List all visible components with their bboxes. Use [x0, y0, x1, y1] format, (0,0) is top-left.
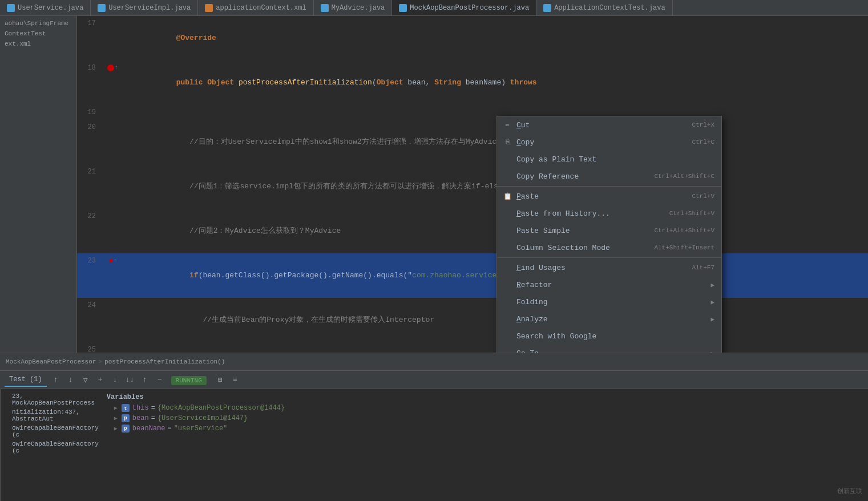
tab-userservice[interactable]: UserService.java [0, 0, 91, 16]
line-content: public Object postProcessAfterInitializa… [123, 60, 868, 105]
tab-label: ApplicationContextTest.java [554, 4, 665, 12]
menu-label-folding: Folding [516, 298, 708, 306]
menu-item-paste-simple[interactable]: Paste Simple Ctrl+Alt+Shift+V [497, 222, 721, 239]
menu-icon-empty [502, 153, 513, 165]
watermark: 创新互联 [837, 487, 862, 495]
menu-item-analyze[interactable]: Analyze ▶ [497, 310, 721, 328]
menu-item-refactor[interactable]: Refactor ▶ [497, 276, 721, 293]
tab-icon [7, 4, 15, 12]
menu-icon-empty3 [502, 208, 513, 219]
toolbar-btn-export1[interactable]: ↓ [110, 374, 121, 386]
menu-label-paste-history: Paste from History... [516, 209, 658, 218]
line-gutter: ● ↑ [103, 253, 123, 268]
sidebar-item-springframe[interactable]: aohao\SpringFrame [0, 18, 76, 29]
menu-label-find-usages: Find Usages [516, 264, 680, 272]
menu-item-find-usages[interactable]: Find Usages Alt+F7 [497, 259, 721, 276]
tab-myadvice[interactable]: MyAdvice.java [314, 0, 393, 16]
bottom-content: 23, MockAopBeanPostProcess nitialization… [0, 389, 868, 501]
menu-shortcut-cut: Ctrl+X [692, 122, 714, 128]
tab-appcontexttest[interactable]: ApplicationContextTest.java [536, 0, 672, 16]
comment: //问题1：筛选service.impl包下的所有的类的所有方法都可以进行增强，… [189, 182, 503, 191]
menu-item-search-google[interactable]: Search with Google [497, 328, 721, 345]
toolbar-btn-remove[interactable]: − [154, 374, 165, 386]
call-stack-item-4[interactable]: owireCapableBeanFactory (c [1, 439, 101, 455]
line-content: if(bean.getClass().getPackage().getName(… [123, 253, 868, 298]
kw-if: if [189, 271, 199, 280]
kw-string: String [434, 78, 461, 87]
var-value-this: {MockAopBeanPostProcessor@1444} [158, 404, 285, 412]
sidebar-item-contexttest[interactable]: ContextTest [0, 29, 76, 39]
menu-label-paste: Paste [516, 192, 680, 201]
menu-label-analyze: Analyze [516, 315, 708, 324]
toolbar-btn-filter[interactable]: ▽ [80, 374, 91, 386]
var-name-bean: bean [132, 414, 149, 422]
line-content: //目的：对UserServiceImpl中的show1和show2方法进行增强… [123, 120, 868, 164]
comment: //生成当前Bean的Proxy对象，在生成的时候需要传入Interceptor [203, 316, 434, 324]
method-name: postProcessAfterInitialization [239, 78, 372, 87]
line-number: 22 [77, 209, 103, 224]
call-stack-item-2[interactable]: nitialization:437, AbstractAut [1, 407, 101, 423]
menu-label-goto: Go To [516, 349, 708, 353]
toolbar-btn-up[interactable]: ↑ [50, 374, 62, 386]
toolbar-btn-layout2[interactable]: ≡ [229, 374, 241, 386]
var-equals: = [151, 404, 155, 412]
var-type-icon-p2: p [122, 425, 130, 433]
variable-row-beanname[interactable]: ▶ p beanName = "userService" [101, 423, 868, 434]
menu-item-copy[interactable]: ⎘ Copy Ctrl+C [497, 134, 721, 151]
bottom-tab-test[interactable]: Test (1) [5, 373, 47, 387]
toolbar-btn-down[interactable]: ↓ [65, 374, 76, 386]
sidebar-item-extxml[interactable]: ext.xml [0, 39, 76, 49]
call-stack-label: nitialization:437, AbstractAut [12, 409, 95, 422]
menu-item-column-select[interactable]: Column Selection Mode Alt+Shift+Insert [497, 239, 721, 256]
call-stack-item-3[interactable]: owireCapableBeanFactory (c [1, 423, 101, 439]
running-badge: RUNNING [171, 376, 207, 385]
editor-area[interactable]: 17 @Override 18 ↑ public Object postProc… [77, 16, 868, 353]
menu-item-cut[interactable]: ✂ Cut Ctrl+X [497, 116, 721, 134]
var-equals2: = [151, 414, 155, 422]
tab-userserviceimpl[interactable]: UserServiceImpl.java [91, 0, 198, 16]
menu-item-paste[interactable]: 📋 Paste Ctrl+V [497, 188, 721, 205]
menu-label-cut: Cut [516, 121, 680, 130]
submenu-arrow3-icon: ▶ [710, 316, 714, 323]
menu-label-copy-ref: Copy Reference [516, 172, 643, 181]
breadcrumb: MockAopBeanPostProcessor > postProcessAf… [6, 358, 225, 365]
tab-icon [543, 4, 551, 12]
variable-row-this[interactable]: ▶ t this = {MockAopBeanPostProcessor@144… [101, 403, 868, 413]
menu-label-copy: Copy [516, 138, 680, 147]
call-stack-label: owireCapableBeanFactory (c [12, 441, 99, 454]
sidebar: aohao\SpringFrame ContextTest ext.xml [0, 16, 77, 353]
variable-row-bean[interactable]: ▶ p bean = {UserServiceImpl@1447} [101, 413, 868, 423]
menu-item-paste-history[interactable]: Paste from History... Ctrl+Shift+V [497, 205, 721, 222]
menu-item-copy-ref[interactable]: Copy Reference Ctrl+Alt+Shift+C [497, 168, 721, 185]
code-line-18: 18 ↑ public Object postProcessAfterIniti… [77, 60, 868, 105]
expand-triangle-icon: ▶ [112, 405, 119, 411]
tab-icon [321, 4, 329, 12]
toolbar-btn-export2[interactable]: ↓↓ [124, 374, 136, 386]
line-number: 17 [77, 16, 103, 31]
menu-shortcut-copy: Ctrl+C [692, 139, 714, 146]
tab-mockaop[interactable]: MockAopBeanPostProcessor.java [392, 0, 536, 16]
line-number: 19 [77, 105, 103, 120]
tab-bar: UserService.java UserServiceImpl.java ap… [0, 0, 868, 16]
toolbar-btn-add[interactable]: + [95, 374, 106, 386]
line-content: //生成当前Bean的Proxy对象，在生成的时候需要传入Interceptor [123, 298, 868, 342]
toolbar-btn-layout1[interactable]: ⊞ [215, 374, 226, 386]
code-line-21: 21 //问题1：筛选service.impl包下的所有的类的所有方法都可以进行… [77, 164, 868, 209]
menu-item-copy-plain[interactable]: Copy as Plain Text [497, 151, 721, 168]
toolbar-btn-import[interactable]: ↑ [139, 374, 151, 386]
call-stack-item-1[interactable]: 23, MockAopBeanPostProcess [1, 391, 101, 407]
menu-item-folding[interactable]: Folding ▶ [497, 293, 721, 310]
menu-icon-empty6 [502, 262, 513, 273]
menu-label-column-select: Column Selection Mode [516, 244, 643, 252]
menu-label-paste-simple: Paste Simple [516, 227, 643, 235]
tab-applicationcontext[interactable]: applicationContext.xml [198, 0, 313, 16]
line-content: @Override [123, 16, 868, 60]
line-content: Object beanProxy = Pro [123, 342, 868, 353]
submenu-arrow2-icon: ▶ [710, 298, 714, 306]
menu-item-goto[interactable]: Go To ▶ [497, 345, 721, 353]
expand-triangle3-icon: ▶ [112, 425, 119, 432]
line-gutter: ↑ [103, 60, 123, 75]
menu-shortcut-column: Alt+Shift+Insert [654, 244, 714, 251]
breadcrumb-class: MockAopBeanPostProcessor [6, 358, 96, 365]
paste-icon: 📋 [502, 191, 513, 202]
